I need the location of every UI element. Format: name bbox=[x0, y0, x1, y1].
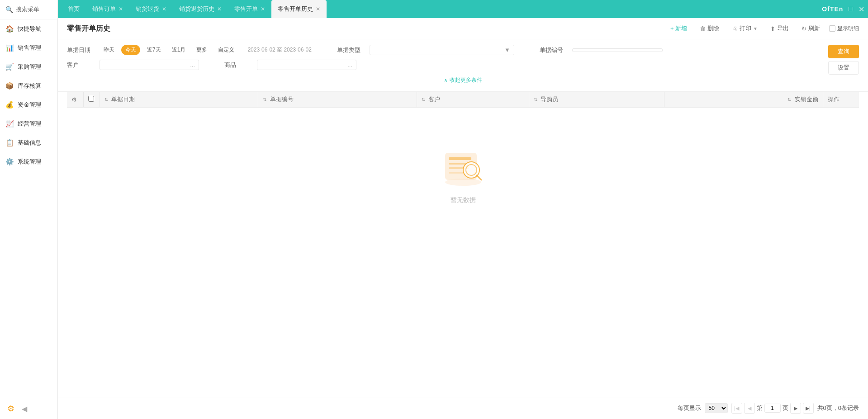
date-btn-today[interactable]: 今天 bbox=[121, 45, 140, 55]
pagination: 每页显示 50 10 20 100 |◀ ◀ 第 页 ▶ ▶| 共0页，0条记录 bbox=[58, 397, 868, 419]
date-btn-1month[interactable]: 近1月 bbox=[168, 45, 190, 55]
sidebar-item-purchase-mgmt[interactable]: 🛒 采购管理 bbox=[0, 57, 57, 76]
show-detail-checkbox[interactable] bbox=[829, 25, 835, 32]
export-icon: ⬆ bbox=[770, 25, 775, 32]
th-gear[interactable]: ⚙ bbox=[67, 92, 83, 108]
collapse-sidebar-icon[interactable]: ◀ bbox=[22, 405, 27, 413]
export-button[interactable]: ⬆ 导出 bbox=[767, 23, 792, 34]
refresh-button[interactable]: ↻ 刷新 bbox=[798, 23, 824, 34]
date-btn-yesterday[interactable]: 昨天 bbox=[100, 45, 119, 55]
home-icon: 🏠 bbox=[5, 25, 14, 33]
th-amount[interactable]: ⇅ 实销金额 bbox=[664, 92, 823, 108]
operations-icon: 📈 bbox=[5, 120, 14, 128]
sidebar-item-finance[interactable]: 💰 资金管理 bbox=[0, 95, 57, 114]
close-sales-return-history-tab[interactable]: ✕ bbox=[217, 6, 222, 12]
sidebar-item-label: 资金管理 bbox=[18, 101, 41, 109]
page-header: 零售开单历史 + 新增 🗑 删除 🖨 打印 ▼ ⬆ 导出 bbox=[58, 18, 868, 39]
tab-retail-open[interactable]: 零售开单 ✕ bbox=[228, 0, 271, 18]
close-retail-open-tab[interactable]: ✕ bbox=[261, 6, 265, 12]
goods-input[interactable]: ... bbox=[257, 60, 356, 70]
sidebar-item-operations[interactable]: 📈 经营管理 bbox=[0, 114, 57, 133]
customer-input[interactable]: ... bbox=[100, 60, 199, 70]
svg-rect-5 bbox=[449, 172, 465, 174]
sidebar-item-basic-info[interactable]: 📋 基础信息 bbox=[0, 133, 57, 152]
add-button[interactable]: + 新增 bbox=[667, 23, 691, 34]
th-guide[interactable]: ⇅ 导购员 bbox=[529, 92, 664, 108]
th-checkbox[interactable] bbox=[83, 92, 100, 108]
gear-settings-icon[interactable]: ⚙ bbox=[71, 96, 77, 103]
customer-label: 客户 bbox=[67, 61, 92, 69]
tab-sales-order[interactable]: 销售订单 ✕ bbox=[86, 0, 129, 18]
collapse-up-icon: ∧ bbox=[444, 77, 448, 84]
tab-retail-history[interactable]: 零售开单历史 ✕ bbox=[271, 0, 327, 18]
tab-sales-return[interactable]: 销货退货 ✕ bbox=[129, 0, 173, 18]
date-btn-more[interactable]: 更多 bbox=[192, 45, 211, 55]
per-page-select[interactable]: 50 10 20 100 bbox=[705, 403, 728, 413]
settings-icon[interactable]: ⚙ bbox=[7, 404, 14, 414]
toolbar: + 新增 🗑 删除 🖨 打印 ▼ ⬆ 导出 ↻ 刷新 bbox=[667, 23, 859, 34]
page-label: 第 bbox=[757, 404, 763, 412]
sidebar-bottom: ⚙ ◀ bbox=[0, 398, 57, 419]
th-customer[interactable]: ⇅ 客户 bbox=[417, 92, 529, 108]
tab-sales-return-history[interactable]: 销货退货历史 ✕ bbox=[173, 0, 228, 18]
sidebar-item-sales-mgmt[interactable]: 📊 销售管理 bbox=[0, 38, 57, 57]
tab-home[interactable]: 首页 bbox=[62, 0, 86, 18]
box-icon: 📦 bbox=[5, 82, 14, 90]
per-page-label: 每页显示 bbox=[678, 404, 701, 412]
next-page-btn[interactable]: ▶ bbox=[790, 403, 801, 414]
th-number[interactable]: ⇅ 单据编号 bbox=[258, 92, 417, 108]
close-window-btn[interactable]: ✕ bbox=[859, 5, 864, 14]
show-detail-toggle[interactable]: 显示明细 bbox=[829, 25, 859, 33]
date-btn-7days[interactable]: 近7天 bbox=[143, 45, 165, 55]
query-settings-group: 查询 设置 bbox=[828, 45, 859, 75]
date-btn-custom[interactable]: 自定义 bbox=[214, 45, 238, 55]
sidebar-search[interactable]: 🔍 搜索采单 bbox=[0, 0, 57, 19]
svg-rect-2 bbox=[449, 157, 471, 160]
collapse-bar[interactable]: ∧ 收起更多条件 bbox=[67, 75, 859, 86]
last-page-btn[interactable]: ▶| bbox=[803, 403, 814, 414]
main-area: 首页 销售订单 ✕ 销货退货 ✕ 销货退货历史 ✕ 零售开单 ✕ 零售开单历史 … bbox=[58, 0, 868, 419]
filter-row-1: 单据日期 昨天 今天 近7天 近1月 更多 自定义 2023-06-02 至 2… bbox=[67, 45, 821, 55]
page-input[interactable] bbox=[764, 404, 781, 413]
sidebar-item-label: 基础信息 bbox=[18, 139, 41, 147]
customer-dots: ... bbox=[190, 61, 195, 68]
sidebar-search-label: 搜索采单 bbox=[16, 5, 39, 14]
maximize-btn[interactable]: □ bbox=[849, 5, 853, 13]
sidebar-item-quick-nav[interactable]: 🏠 快捷导航 bbox=[0, 19, 57, 38]
close-sales-return-tab[interactable]: ✕ bbox=[162, 6, 166, 12]
money-icon: 💰 bbox=[5, 101, 14, 109]
goods-dots: ... bbox=[347, 61, 352, 68]
svg-rect-3 bbox=[449, 163, 467, 165]
close-sales-order-tab[interactable]: ✕ bbox=[119, 6, 123, 12]
print-button[interactable]: 🖨 打印 ▼ bbox=[728, 23, 761, 34]
search-icon: 🔍 bbox=[5, 6, 13, 13]
sort-icon: ⇅ bbox=[534, 97, 537, 102]
sidebar-item-sys-mgmt[interactable]: ⚙️ 系统管理 bbox=[0, 152, 57, 171]
table-area: ⚙ ⇅ 单据日期 ⇅ 单据编号 bbox=[58, 92, 868, 397]
type-select-arrow: ▼ bbox=[504, 47, 510, 53]
page-title: 零售开单历史 bbox=[67, 24, 110, 33]
type-select[interactable]: ▼ bbox=[370, 45, 514, 55]
filter-row-2: 客户 ... 商品 ... bbox=[67, 60, 821, 70]
content-area: 零售开单历史 + 新增 🗑 删除 🖨 打印 ▼ ⬆ 导出 bbox=[58, 18, 868, 419]
filter-area: 单据日期 昨天 今天 近7天 近1月 更多 自定义 2023-06-02 至 2… bbox=[58, 39, 868, 92]
th-date[interactable]: ⇅ 单据日期 bbox=[100, 92, 258, 108]
number-input[interactable] bbox=[572, 48, 663, 52]
settings-button[interactable]: 设置 bbox=[828, 61, 859, 75]
select-all-checkbox[interactable] bbox=[88, 96, 94, 102]
refresh-icon: ↻ bbox=[802, 25, 806, 32]
query-button[interactable]: 查询 bbox=[828, 45, 859, 58]
first-page-btn[interactable]: |◀ bbox=[731, 403, 742, 414]
date-label: 单据日期 bbox=[67, 46, 92, 54]
delete-button[interactable]: 🗑 删除 bbox=[696, 23, 723, 34]
sort-icon: ⇅ bbox=[422, 97, 425, 102]
page-nav: |◀ ◀ 第 页 ▶ ▶| bbox=[731, 403, 814, 414]
close-retail-history-tab[interactable]: ✕ bbox=[316, 6, 320, 12]
delete-icon: 🗑 bbox=[700, 25, 706, 32]
topbar-right: OfTEn □ ✕ bbox=[822, 5, 864, 14]
prev-page-btn[interactable]: ◀ bbox=[744, 403, 755, 414]
sidebar-item-inventory[interactable]: 📦 库存核算 bbox=[0, 76, 57, 95]
th-action: 操作 bbox=[823, 92, 859, 108]
cart-icon: 🛒 bbox=[5, 63, 14, 71]
print-icon: 🖨 bbox=[732, 25, 738, 32]
